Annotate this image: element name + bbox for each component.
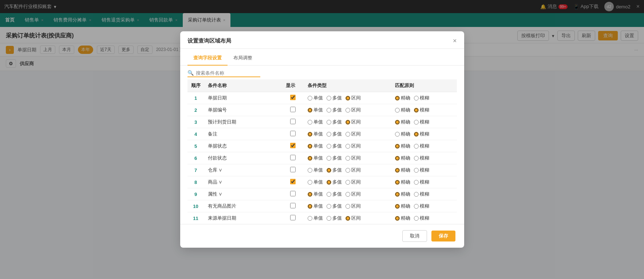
dialog-close-button[interactable]: ×: [453, 37, 457, 45]
dialog-header: 设置查询区域布局 ×: [180, 31, 464, 49]
dialog-title: 设置查询区域布局: [187, 38, 231, 44]
dialog-tab-query-label: 查询字段设置: [193, 55, 222, 60]
dialog-search-area: 🔍: [180, 66, 464, 71]
dialog-tabs: 查询字段设置 布局调整: [180, 49, 464, 66]
search-icon: 🔍: [187, 70, 194, 71]
dialog-overlay: 设置查询区域布局 × 查询字段设置 布局调整 🔍 顺序: [0, 0, 644, 71]
dialog-tab-query[interactable]: 查询字段设置: [187, 52, 228, 66]
search-wrap: 🔍: [187, 70, 260, 71]
search-input[interactable]: [196, 70, 254, 71]
settings-dialog: 设置查询区域布局 × 查询字段设置 布局调整 🔍 顺序: [180, 31, 464, 71]
dialog-tab-layout-label: 布局调整: [233, 55, 252, 60]
dialog-tab-layout[interactable]: 布局调整: [228, 52, 258, 66]
